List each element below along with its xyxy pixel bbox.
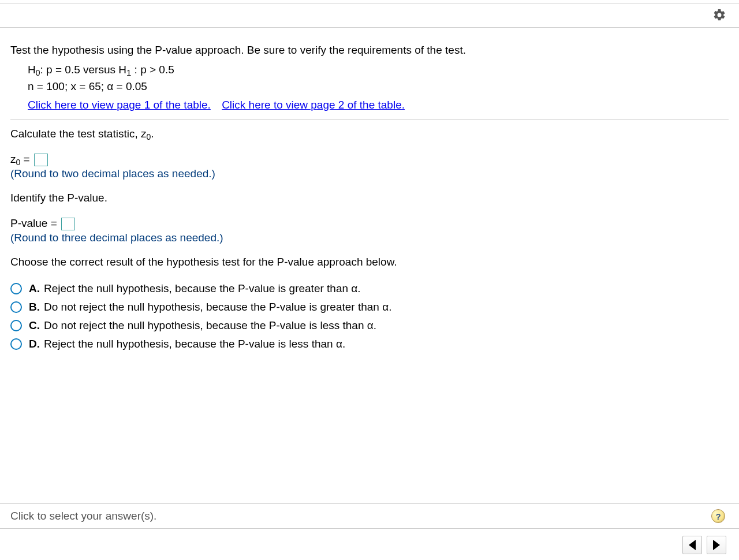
round-2dp-note: (Round to two decimal places as needed.) [10,167,729,180]
choice-letter: B. [29,301,44,313]
choose-section: Choose the correct result of the hypothe… [10,256,729,350]
radio-a[interactable] [10,283,22,294]
calc-prompt: Calculate the test statistic, z0. [10,128,729,140]
nav-bar [682,536,726,554]
choice-a: A. Reject the null hypothesis, because t… [10,282,729,295]
choice-text: Reject the null hypothesis, because the … [44,338,345,350]
z0-input-row: z0 = [10,153,729,166]
choice-c: C. Do not reject the null hypothesis, be… [10,319,729,332]
calc-prompt-b: . [151,128,154,140]
h-letter: H [28,64,36,76]
help-icon[interactable]: ? [711,509,725,523]
pvalue-label: P-value = [10,217,60,229]
z-label-eq: = [20,153,33,165]
question-content: Test the hypothesis using the P-value ap… [0,28,739,350]
footer-bar: Click to select your answer(s). ? [0,503,739,529]
choice-b: B. Do not reject the null hypothesis, be… [10,301,729,313]
choice-letter: D. [29,338,44,350]
arrow-right-icon [713,540,720,550]
choice-text: Do not reject the null hypothesis, becau… [44,319,376,332]
choice-d: D. Reject the null hypothesis, because t… [10,338,729,350]
pvalue-input[interactable] [61,218,75,230]
calc-section: Calculate the test statistic, z0. z0 = (… [10,128,729,180]
choice-letter: C. [29,319,44,332]
h0-body: : p = 0.5 versus H [40,64,126,76]
round-3dp-note: (Round to three decimal places as needed… [10,232,729,244]
choice-text: Reject the null hypothesis, because the … [44,282,361,295]
calc-prompt-sub: 0 [147,132,151,141]
choices-list: A. Reject the null hypothesis, because t… [10,282,729,350]
hypothesis-block: H0: p = 0.5 versus H1 : p > 0.5 n = 100;… [28,61,729,113]
instruction-text: Test the hypothesis using the P-value ap… [10,44,729,57]
z0-input[interactable] [34,154,48,166]
z-label-sub: 0 [16,158,21,167]
footer-text: Click to select your answer(s). [10,510,156,522]
hypothesis-line: H0: p = 0.5 versus H1 : p > 0.5 [28,61,729,78]
h1-body: : p > 0.5 [131,64,174,76]
table-links-row: Click here to view page 1 of the table. … [28,96,729,113]
arrow-left-icon [689,540,696,550]
pvalue-input-row: P-value = [10,217,729,230]
data-line: n = 100; x = 65; α = 0.05 [28,78,729,95]
help-symbol: ? [715,512,721,521]
z-label-a: z [10,153,16,165]
table-link-1[interactable]: Click here to view page 1 of the table. [28,99,211,111]
table-link-2[interactable]: Click here to view page 2 of the table. [222,99,405,111]
header-bar [0,3,739,28]
radio-c[interactable] [10,320,22,331]
pvalue-section: Identify the P-value. P-value = (Round t… [10,192,729,244]
prev-button[interactable] [682,536,702,554]
divider [10,119,729,120]
radio-d[interactable] [10,338,22,350]
gear-icon[interactable] [712,8,726,22]
choice-text: Do not reject the null hypothesis, becau… [44,301,391,313]
h0-subscript: 0 [36,68,40,77]
choose-prompt: Choose the correct result of the hypothe… [10,256,729,268]
pvalue-prompt: Identify the P-value. [10,192,729,204]
radio-b[interactable] [10,301,22,313]
calc-prompt-a: Calculate the test statistic, z [10,128,147,140]
next-button[interactable] [707,536,726,554]
choice-letter: A. [29,282,44,295]
h1-subscript: 1 [126,68,131,77]
